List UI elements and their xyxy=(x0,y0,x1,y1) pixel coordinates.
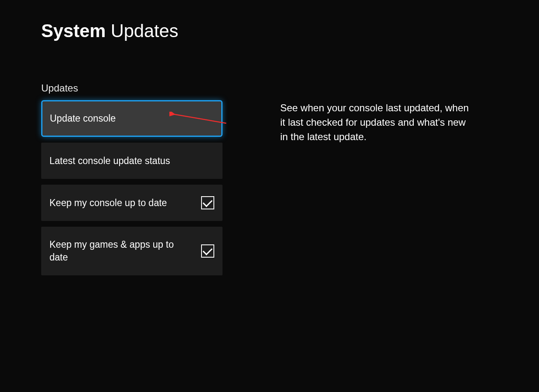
latest-update-status-button[interactable]: Latest console update status xyxy=(41,143,223,179)
keep-console-up-to-date-label: Keep my console up to date xyxy=(49,197,167,209)
checkbox-checked-icon xyxy=(201,196,214,209)
latest-update-status-label: Latest console update status xyxy=(49,155,170,167)
keep-console-up-to-date-toggle[interactable]: Keep my console up to date xyxy=(41,185,223,221)
update-console-label: Update console xyxy=(50,112,116,125)
section-label-updates: Updates xyxy=(41,82,223,94)
page-title: System Updates xyxy=(41,21,498,41)
annotation-arrow-icon xyxy=(169,112,227,126)
checkbox-checked-icon xyxy=(201,244,214,258)
keep-games-apps-up-to-date-label: Keep my games & apps up to date xyxy=(49,238,181,264)
keep-games-apps-up-to-date-toggle[interactable]: Keep my games & apps up to date xyxy=(41,227,223,275)
detail-description: See when your console last updated, when… xyxy=(280,101,470,144)
update-console-button[interactable]: Update console xyxy=(41,100,223,137)
updates-button-list: Update console Latest console update sta… xyxy=(41,100,223,275)
svg-line-1 xyxy=(173,114,226,123)
page-title-bold: System xyxy=(41,21,106,41)
page-title-light: Updates xyxy=(106,21,178,41)
